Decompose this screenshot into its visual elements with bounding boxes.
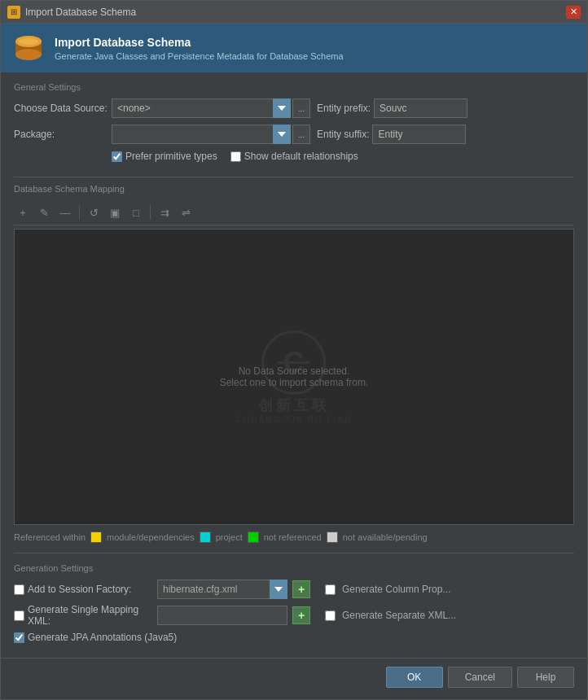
entity-suffix-input[interactable] — [372, 125, 466, 144]
gen-single-plus-button[interactable]: + — [292, 606, 310, 624]
deselect-toolbar-button[interactable]: □ — [127, 203, 145, 221]
help-button[interactable]: Help — [517, 667, 574, 688]
gen-single-input[interactable] — [157, 606, 287, 625]
gen-jpa-label: Generate JPA Annotations (Java5) — [28, 632, 177, 643]
main-window: ⊞ Import Database Schema ✕ Import Databa… — [0, 0, 588, 700]
add-toolbar-button[interactable]: + — [14, 203, 32, 221]
legend-project-label: project — [216, 532, 243, 542]
schema-content-area: C 创新互联 CHUANG XIN HU LIAN No Data Source… — [14, 229, 574, 525]
legend-module-label: module/dependencies — [107, 532, 195, 542]
prefer-primitive-checkbox[interactable]: Prefer primitive types — [112, 151, 217, 162]
select-all-toolbar-button[interactable]: ▣ — [106, 203, 124, 221]
package-combo-wrapper — [112, 125, 291, 144]
divider-1 — [14, 177, 574, 177]
legend-row: Referenced within module/dependencies pr… — [14, 532, 574, 543]
header-icon — [12, 32, 45, 64]
toolbar-sep-2 — [150, 205, 151, 220]
legend-not-avail-label: not available/pending — [343, 532, 428, 542]
gen-col-prop-label: Generate Column Prop... — [342, 584, 450, 595]
session-factory-row: Add to Session Factory: + Generate Colum… — [14, 580, 574, 599]
show-default-label: Show default relationships — [244, 151, 358, 162]
refresh-toolbar-button[interactable]: ↺ — [85, 203, 103, 221]
gen-jpa-input-checkbox[interactable] — [14, 632, 24, 643]
jpa-annotations-row: Generate JPA Annotations (Java5) — [14, 632, 574, 643]
entity-suffix-group: Entity suffix: — [317, 125, 466, 144]
no-data-text: No Data Source selected. Select one to i… — [220, 365, 369, 388]
prefer-primitive-input[interactable] — [112, 151, 122, 162]
add-session-label: Add to Session Factory: — [28, 584, 131, 595]
title-bar-text: Import Database Schema — [25, 7, 566, 18]
entity-suffix-label: Entity suffix: — [317, 129, 369, 140]
session-input-wrapper — [157, 580, 287, 599]
dialog-header: Import Database Schema Generate Java Cla… — [1, 24, 587, 72]
db-schema-section: Database Schema Mapping + ✎ — ↺ ▣ □ ⇉ ⇌ — [14, 184, 574, 525]
legend-box-not-available — [327, 532, 338, 543]
close-button[interactable]: ✕ — [566, 6, 581, 19]
data-source-dots-button[interactable]: ... — [292, 98, 310, 118]
generation-settings-section: Generation Settings Add to Session Facto… — [14, 563, 574, 648]
show-default-checkbox[interactable]: Show default relationships — [230, 151, 358, 162]
window-icon: ⊞ — [7, 6, 20, 19]
legend-prefix: Referenced within — [14, 532, 86, 542]
data-source-label: Choose Data Source: — [14, 103, 112, 114]
header-text: Import Database Schema Generate Java Cla… — [55, 35, 344, 61]
svg-point-2 — [15, 49, 42, 60]
package-label: Package: — [14, 129, 112, 140]
title-bar: ⊞ Import Database Schema ✕ — [1, 1, 587, 24]
main-content: General Settings Choose Data Source: <no… — [1, 72, 587, 658]
gen-col-prop-input[interactable] — [325, 584, 336, 595]
gen-separate-checkbox[interactable]: Generate Separate XML... — [325, 610, 463, 621]
legend-box-not-referenced — [248, 532, 259, 543]
generation-settings-label: Generation Settings — [14, 563, 574, 573]
edit-toolbar-button[interactable]: ✎ — [35, 203, 53, 221]
data-source-combo-wrapper: <none> — [112, 98, 291, 118]
single-mapping-row: Generate Single Mapping XML: + Generate … — [14, 604, 574, 627]
header-title: Import Database Schema — [55, 35, 344, 51]
package-select[interactable] — [112, 125, 291, 144]
gen-single-input-checkbox[interactable] — [14, 610, 24, 621]
gen-separate-label: Generate Separate XML... — [342, 610, 456, 621]
header-subtitle: Generate Java Classes and Persistence Me… — [55, 51, 344, 61]
entity-prefix-group: Entity prefix: — [317, 98, 467, 118]
legend-box-module — [90, 532, 102, 543]
toolbar-sep-1 — [79, 205, 80, 220]
gen-jpa-checkbox[interactable]: Generate JPA Annotations (Java5) — [14, 632, 177, 643]
data-source-row: Choose Data Source: <none> ... Entity pr… — [14, 98, 574, 118]
divider-2 — [14, 553, 574, 553]
ok-button[interactable]: OK — [386, 667, 443, 688]
prefer-primitive-label: Prefer primitive types — [125, 151, 217, 162]
gen-separate-input-checkbox[interactable] — [325, 610, 336, 621]
schema-toolbar: + ✎ — ↺ ▣ □ ⇉ ⇌ — [14, 200, 574, 225]
gen-single-checkbox[interactable]: Generate Single Mapping XML: — [14, 604, 152, 627]
add-session-input-checkbox[interactable] — [14, 584, 24, 595]
add-session-checkbox[interactable]: Add to Session Factory: — [14, 584, 152, 595]
db-schema-label: Database Schema Mapping — [14, 184, 574, 194]
bottom-buttons: OK Cancel Help — [1, 658, 587, 699]
entity-prefix-label: Entity prefix: — [317, 103, 371, 114]
gen-col-prop-checkbox[interactable]: Generate Column Prop... — [325, 584, 463, 595]
session-factory-select[interactable] — [270, 580, 287, 599]
package-row: Package: ... Entity suffix: — [14, 125, 574, 144]
svg-point-4 — [19, 38, 38, 45]
session-factory-input[interactable] — [157, 580, 287, 599]
collapse-toolbar-button[interactable]: ⇌ — [177, 203, 195, 221]
expand-toolbar-button[interactable]: ⇉ — [156, 203, 173, 221]
options-row: Prefer primitive types Show default rela… — [112, 151, 574, 162]
session-plus-button[interactable]: + — [292, 580, 310, 598]
legend-not-ref-label: not referenced — [264, 532, 322, 542]
gen-single-label: Generate Single Mapping XML: — [28, 604, 152, 627]
package-dots-button[interactable]: ... — [292, 125, 310, 144]
remove-toolbar-button[interactable]: — — [56, 203, 74, 221]
data-source-select[interactable]: <none> — [112, 98, 291, 118]
legend-box-project — [200, 532, 211, 543]
general-settings-label: General Settings — [14, 82, 574, 92]
entity-prefix-input[interactable] — [374, 98, 467, 118]
show-default-input[interactable] — [230, 151, 241, 162]
cancel-button[interactable]: Cancel — [448, 667, 512, 688]
